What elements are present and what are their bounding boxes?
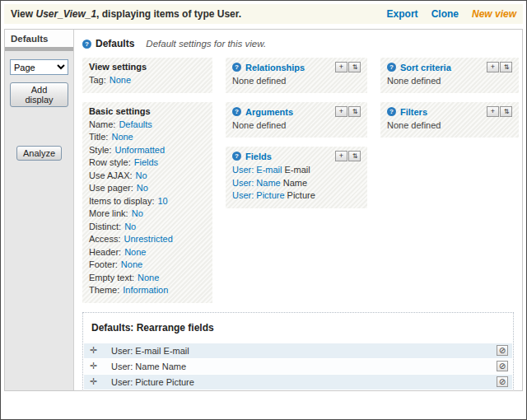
relationships-buttons: + ⇅	[334, 62, 361, 72]
arguments-add-button[interactable]: +	[335, 106, 347, 117]
help-icon[interactable]: ?	[232, 63, 241, 72]
setting-row: Header:None	[89, 246, 206, 259]
clone-link[interactable]: Clone	[431, 8, 459, 20]
fields-add-button[interactable]: +	[335, 151, 347, 161]
relationships-link[interactable]: Relationships	[245, 63, 305, 72]
setting-row: Style:Unformatted	[89, 144, 206, 157]
column-middle: ? Relationships + ⇅ None defined ?	[226, 58, 367, 312]
view-title: View User_View_1, displaying items of ty…	[11, 8, 241, 20]
display-settings-content: ? Defaults Default settings for this vie…	[74, 30, 522, 390]
sort-criteria-rearrange-button[interactable]: ⇅	[500, 62, 512, 72]
arguments-buttons: + ⇅	[334, 106, 361, 117]
drag-handle-icon[interactable]: ✛	[90, 361, 101, 371]
sort-criteria-add-button[interactable]: +	[487, 62, 499, 72]
settings-columns: View settings Tag:None Basic settings Na…	[82, 58, 514, 312]
ajax-setting-link[interactable]: No	[136, 170, 147, 180]
drag-handle-icon[interactable]: ✛	[90, 376, 101, 387]
fields-box: ? Fields + ⇅ User: E-mailE-mail User: Na…	[226, 147, 367, 208]
relationships-add-button[interactable]: +	[335, 62, 347, 72]
views-ui-screen: View User_View_1, displaying items of ty…	[0, 0, 527, 420]
help-icon[interactable]: ?	[387, 63, 396, 72]
setting-row: Empty text:None	[89, 272, 206, 285]
rearrange-row: ✛ User: Name Name ⊘	[84, 359, 512, 374]
sort-criteria-box: ? Sort criteria + ⇅ None defined	[380, 58, 519, 93]
field-item: User: NameName	[232, 177, 361, 190]
arguments-rearrange-button[interactable]: ⇅	[348, 106, 361, 117]
tab-defaults[interactable]: Defaults	[5, 30, 73, 47]
view-settings-title: View settings	[89, 62, 206, 72]
view-header-bar: View User_View_1, displaying items of ty…	[4, 4, 523, 24]
help-icon[interactable]: ?	[232, 107, 241, 116]
help-icon[interactable]: ?	[387, 107, 396, 116]
access-setting-link[interactable]: Unrestricted	[124, 234, 173, 244]
drag-handle-icon[interactable]: ✛	[90, 345, 101, 356]
column-right: ? Sort criteria + ⇅ None defined ?	[380, 58, 519, 312]
more-link-setting-link[interactable]: No	[132, 208, 143, 218]
setting-row: Items to display:10	[89, 195, 206, 208]
sort-criteria-link[interactable]: Sort criteria	[400, 63, 451, 72]
fields-link[interactable]: Fields	[245, 152, 272, 161]
filters-rearrange-button[interactable]: ⇅	[500, 106, 512, 117]
content-header: ? Defaults Default settings for this vie…	[82, 38, 514, 49]
fields-buttons: + ⇅	[334, 151, 361, 161]
add-display-button[interactable]: Add display	[10, 82, 68, 107]
header-setting-link[interactable]: None	[124, 247, 146, 257]
arguments-link[interactable]: Arguments	[245, 107, 293, 117]
remove-field-button[interactable]: ⊘	[497, 361, 508, 371]
relationships-rearrange-button[interactable]: ⇅	[348, 62, 361, 72]
analyze-button[interactable]: Analyze	[16, 146, 62, 161]
view-settings-box: View settings Tag:None	[82, 58, 212, 93]
basic-settings-box: Basic settings Name:Defaults Title:None …	[82, 102, 212, 303]
setting-row: Footer:None	[89, 259, 206, 272]
view-name: User_View_1	[35, 8, 96, 20]
sort-criteria-buttons: + ⇅	[486, 62, 512, 72]
setting-row: Distinct:No	[89, 221, 206, 234]
display-sidebar: Defaults Page Add display Analyze	[5, 30, 74, 390]
theme-setting-link[interactable]: Information	[123, 285, 168, 295]
empty-text-setting-link[interactable]: None	[138, 273, 159, 282]
field-email-link[interactable]: User: E-mail	[232, 165, 282, 175]
filters-add-button[interactable]: +	[487, 106, 499, 117]
display-type-select[interactable]: Page	[10, 59, 68, 75]
footer-setting-link[interactable]: None	[121, 259, 142, 269]
relationships-header: ? Relationships + ⇅	[232, 62, 361, 72]
rearrange-row: ✛ User: Picture Picture ⊘	[84, 375, 512, 390]
filters-buttons: + ⇅	[486, 106, 512, 117]
view-actions: Export Clone New view	[387, 8, 516, 20]
new-view-link[interactable]: New view	[472, 8, 516, 20]
rearrange-row: ✛ User: E-mail E-mail ⊘	[84, 343, 512, 358]
relationships-box: ? Relationships + ⇅ None defined	[226, 58, 367, 93]
arguments-empty-text: None defined	[232, 119, 361, 132]
filters-empty-text: None defined	[387, 119, 512, 132]
sort-criteria-header: ? Sort criteria + ⇅	[387, 62, 512, 72]
setting-row: Theme:Information	[89, 284, 206, 297]
remove-field-button[interactable]: ⊘	[497, 345, 508, 356]
field-name-link[interactable]: User: Name	[232, 178, 281, 188]
name-setting-link[interactable]: Defaults	[119, 119, 152, 129]
sort-criteria-empty-text: None defined	[387, 75, 512, 87]
views-edit-container: Defaults Page Add display Analyze ? Defa…	[4, 29, 523, 391]
content-title: Defaults	[96, 38, 134, 49]
help-icon[interactable]: ?	[232, 152, 241, 161]
style-setting-link[interactable]: Unformatted	[115, 145, 166, 155]
sidebar-controls: Page Add display Analyze	[5, 51, 73, 169]
rearrange-fields-form: Defaults: Rearrange fields ✛ User: E-mai…	[82, 312, 514, 391]
fields-rearrange-button[interactable]: ⇅	[348, 151, 361, 161]
row-style-setting-link[interactable]: Fields	[134, 157, 158, 167]
setting-row: Title:None	[89, 131, 206, 144]
remove-field-button[interactable]: ⊘	[497, 376, 508, 387]
export-link[interactable]: Export	[387, 8, 418, 20]
title-setting-link[interactable]: None	[111, 132, 133, 142]
fields-header: ? Fields + ⇅	[232, 151, 361, 161]
filters-link[interactable]: Filters	[400, 107, 427, 117]
setting-row: Row style:Fields	[89, 156, 206, 170]
tag-setting-link[interactable]: None	[110, 75, 131, 85]
field-picture-link[interactable]: User: Picture	[232, 190, 285, 200]
pager-setting-link[interactable]: No	[137, 183, 148, 193]
field-item: User: E-mailE-mail	[232, 164, 361, 177]
setting-row: Tag:None	[89, 74, 206, 87]
distinct-setting-link[interactable]: No	[124, 222, 136, 231]
help-icon[interactable]: ?	[82, 40, 91, 49]
items-setting-link[interactable]: 10	[157, 196, 167, 206]
arguments-box: ? Arguments + ⇅ None defined	[226, 102, 367, 138]
